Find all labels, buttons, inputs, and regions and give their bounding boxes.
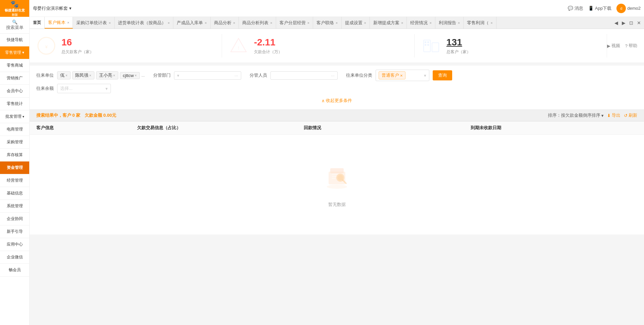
unit-tags: 佤 × 陈民强 × 王小亮 × cjttcw × ...: [57, 71, 145, 79]
col-overdue-info: 欠款交易信息（占比）: [137, 125, 304, 131]
tab-close-icon[interactable]: ×: [458, 21, 460, 25]
svg-text:¥: ¥: [45, 44, 48, 49]
app-download-button[interactable]: 📱 App下载: [588, 5, 611, 11]
balance-selector[interactable]: 选择... ▾: [57, 84, 111, 93]
sidebar-item-member[interactable]: 会员中心: [0, 85, 29, 98]
svg-rect-7: [427, 41, 429, 43]
help-link[interactable]: ? 帮助: [625, 43, 637, 49]
tab-customer-contact[interactable]: 客户联络 ×: [313, 17, 341, 29]
unit-tag-chenminqiang[interactable]: 陈民强 ×: [72, 71, 94, 79]
tab-close-icon[interactable]: ×: [270, 21, 272, 25]
tab-close-icon[interactable]: ×: [336, 21, 338, 25]
tab-close-icon[interactable]: ×: [401, 21, 403, 25]
sidebar-item-retail-mall[interactable]: 零售商城: [0, 59, 29, 72]
tab-label: 经营情况: [410, 20, 428, 26]
tab-close-icon[interactable]: ×: [233, 21, 235, 25]
tab-promotion-settings[interactable]: 提成设置 ×: [342, 17, 370, 29]
refresh-button[interactable]: ↺ 刷新: [624, 112, 637, 118]
unit-class-tag-close[interactable]: ×: [400, 73, 403, 78]
unit-tag-chenminqiang-close[interactable]: ×: [89, 74, 91, 77]
dept-selector[interactable]: ▾ ···: [174, 71, 241, 80]
table-header: 客户信息 欠款交易信息（占比） 回款情况 到期未收款日期: [30, 121, 644, 135]
balance-filter-label: 往来余额: [36, 85, 54, 92]
chevron-up-icon: ∧: [321, 98, 325, 103]
sidebar-item-capital[interactable]: 资金管理: [0, 161, 29, 174]
tab-retail-profit[interactable]: 零售利润（ ×: [464, 17, 496, 29]
sidebar: 🐾 畅捷通好生意 标版 🔍 搜索菜单 快捷导航 零售管理 ▾ 零售商城 营销推广…: [0, 0, 30, 325]
sidebar-item-free-member[interactable]: 畅会员: [0, 264, 29, 277]
sidebar-item-marketing[interactable]: 营销推广: [0, 72, 29, 85]
tab-product-stock[interactable]: 产成品入库单 ×: [173, 17, 210, 29]
stat-total-customers: 131 总客户（家）: [415, 34, 607, 58]
stat-extras: ▶ 视频 ? 帮助: [607, 34, 637, 58]
sidebar-item-system[interactable]: 系统管理: [0, 200, 29, 213]
tab-expand-icon[interactable]: ⊡: [628, 20, 635, 26]
sidebar-item-inventory[interactable]: 库存核算: [0, 149, 29, 161]
tab-close-icon[interactable]: ×: [364, 21, 366, 25]
tab-label: 利润报告: [439, 20, 456, 26]
tab-product-analysis[interactable]: 商品分析 ×: [211, 17, 239, 29]
sidebar-item-search[interactable]: 🔍 搜索菜单: [0, 17, 29, 34]
tab-close-icon[interactable]: ×: [205, 21, 207, 25]
tab-next-icon[interactable]: ▶: [620, 20, 627, 26]
tab-purchase-order[interactable]: 采购订单统计表 ×: [73, 17, 114, 29]
tab-profit-report[interactable]: 利润报告 ×: [435, 17, 464, 29]
tab-close-icon[interactable]: ×: [168, 21, 170, 25]
sidebar-item-retail-stats[interactable]: 零售统计: [0, 98, 29, 110]
collapse-label: 收起更多条件: [326, 98, 352, 104]
sidebar-item-ecommerce[interactable]: 电商管理: [0, 123, 29, 136]
tab-business-status[interactable]: 经营情况 ×: [407, 17, 435, 29]
unit-tag-wangxiaoliang-close[interactable]: ×: [113, 74, 115, 77]
tab-label: 客户账本: [48, 20, 66, 26]
stat-overdue-amount: ! -2.11 欠款合计（万）: [222, 34, 415, 58]
sidebar-item-batch-mgmt[interactable]: 批发管理 ▾: [0, 110, 29, 123]
message-button[interactable]: 💬 消息: [568, 5, 583, 11]
collapse-button[interactable]: ∧ 收起更多条件: [321, 98, 352, 104]
tab-close-icon[interactable]: ×: [429, 21, 431, 25]
unit-tag-cjttcw-close[interactable]: ×: [135, 74, 137, 77]
sidebar-item-new-guide[interactable]: 新手引导: [0, 225, 29, 238]
unit-tag-cjttcw[interactable]: cjttcw ×: [120, 72, 140, 79]
dept-more-icon[interactable]: ···: [234, 73, 238, 78]
sidebar-item-business[interactable]: 经营管理: [0, 174, 29, 187]
tab-close-icon[interactable]: ×: [490, 21, 492, 25]
tab-product-analysis-list[interactable]: 商品分析列表 ×: [239, 17, 276, 29]
tab-customer-tier[interactable]: 客户分层经营 ×: [276, 17, 313, 29]
tab-close-icon[interactable]: ×: [307, 21, 309, 25]
tab-label: 零售利润（: [467, 20, 489, 26]
tab-new-promotion[interactable]: 新增提成方案 ×: [370, 17, 407, 29]
unit-tag-wa-close[interactable]: ×: [66, 74, 68, 77]
tab-customer-capital[interactable]: 客户账本 ×: [45, 17, 73, 29]
unit-tag-wangxiaoliang[interactable]: 王小亮 ×: [96, 71, 118, 79]
account-name: 母婴行业演示帐套: [33, 5, 68, 11]
svg-rect-5: [432, 43, 439, 52]
result-info: 搜索结果中，客户 0 家 欠款金额 0.00元: [36, 112, 116, 118]
unit-tag-wa[interactable]: 佤 ×: [57, 71, 71, 79]
unit-tags-more[interactable]: ...: [141, 73, 145, 78]
tab-close-icon[interactable]: ×: [109, 21, 111, 25]
person-more-icon[interactable]: ···: [331, 73, 335, 78]
tab-home[interactable]: 首页: [30, 17, 45, 29]
stat-overdue-customers: ¥ 16 总欠款客户（家）: [36, 34, 222, 58]
tab-stock-stat[interactable]: 进货单统计表（按商品） ×: [115, 17, 173, 29]
user-menu[interactable]: d demo2: [616, 4, 641, 13]
person-filter-label: 分管人员: [250, 72, 267, 78]
export-button[interactable]: ⬇ 导出: [607, 112, 620, 118]
tab-close-icon[interactable]: ×: [67, 21, 69, 25]
tab-prev-icon[interactable]: ◀: [613, 20, 619, 26]
sidebar-item-enterprise-wechat[interactable]: 企业微信: [0, 251, 29, 264]
video-link[interactable]: ▶ 视频: [607, 43, 620, 49]
account-selector[interactable]: 母婴行业演示帐套 ▾: [33, 5, 72, 11]
person-selector[interactable]: ···: [270, 71, 338, 80]
sidebar-item-purchase[interactable]: 采购管理: [0, 136, 29, 149]
query-button[interactable]: 查询: [433, 70, 452, 80]
sidebar-item-enterprise-coop[interactable]: 企业协同: [0, 213, 29, 225]
message-icon: 💬: [568, 6, 573, 11]
sidebar-item-basic-info[interactable]: 基础信息: [0, 187, 29, 200]
sort-selector[interactable]: 排序：按欠款金额倒序排序 ▾: [548, 112, 604, 118]
tab-close-all-icon[interactable]: ✕: [636, 20, 642, 26]
sidebar-item-app-center[interactable]: 应用中心: [0, 238, 29, 251]
sidebar-item-quick-nav[interactable]: 快捷导航: [0, 34, 29, 46]
sidebar-item-retail-mgmt[interactable]: 零售管理 ▾: [0, 46, 29, 59]
unit-class-selector[interactable]: 普通客户 × ▾: [376, 70, 429, 81]
